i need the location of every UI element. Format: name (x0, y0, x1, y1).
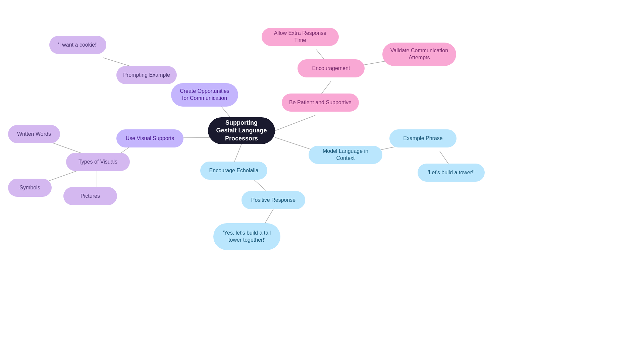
cookie-node: 'I want a cookie!' (49, 36, 106, 54)
example-phrase-node: Example Phrase (389, 129, 457, 147)
center-node: Supporting Gestalt Language Processors (208, 117, 275, 144)
written-node: Written Words (8, 125, 60, 143)
svg-line-3 (275, 115, 315, 131)
types-visuals-node: Types of Visuals (66, 153, 130, 171)
encourage-ech-node: Encourage Echolalia (200, 162, 267, 180)
use-visual-node: Use Visual Supports (116, 129, 183, 147)
validate-node: Validate Communication Attempts (382, 43, 456, 66)
encouragement-node: Encouragement (298, 59, 365, 77)
svg-line-12 (234, 144, 241, 163)
lets-build-node: 'Let's build a tower!' (418, 164, 485, 182)
model-lang-node: Model Language in Context (309, 146, 382, 164)
allow-extra-node: Allow Extra Response Time (262, 28, 339, 46)
create-opps-node: Create Opportunities for Communication (171, 83, 238, 107)
be-patient-node: Be Patient and Supportive (282, 94, 359, 112)
yes-build-node: 'Yes, let's build a tall tower together!… (213, 223, 280, 250)
symbols-node: Symbols (8, 179, 52, 197)
pictures-node: Pictures (63, 187, 117, 205)
prompting-node: Prompting Example (116, 66, 177, 84)
positive-resp-node: Positive Response (241, 191, 305, 209)
svg-line-17 (440, 151, 449, 165)
